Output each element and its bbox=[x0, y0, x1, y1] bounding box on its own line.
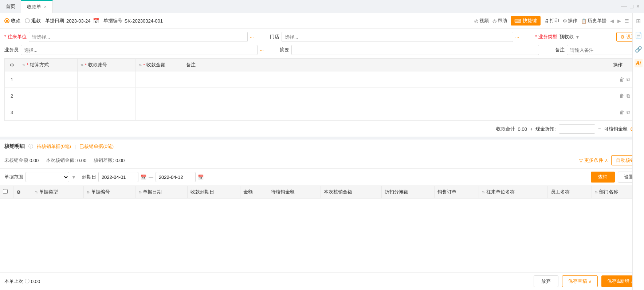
biz-type-field: * 业务类型 预收款 ▼ bbox=[535, 34, 603, 40]
save-draft-btn[interactable]: 保存草稿 ∧ bbox=[562, 275, 598, 287]
th-settings[interactable]: ⚙ bbox=[5, 59, 19, 71]
tab-close-icon[interactable]: × bbox=[44, 4, 47, 9]
th-due-date: 收款到期日 bbox=[187, 186, 240, 199]
copy-icon-3[interactable]: ⧉ bbox=[627, 109, 630, 115]
calendar-icon[interactable]: 📅 bbox=[93, 18, 99, 24]
number-label: 单据编号 bbox=[103, 17, 122, 24]
partner-label: * 往来单位 bbox=[4, 34, 27, 40]
view-list-icon[interactable]: ☰ bbox=[625, 18, 629, 24]
range-field: 单据范围 ▼ bbox=[4, 172, 76, 182]
store-more-icon[interactable]: ··· bbox=[515, 34, 519, 40]
date-to-input[interactable] bbox=[156, 172, 196, 182]
operation-btn[interactable]: ⚙ 操作 bbox=[563, 17, 577, 24]
copy-icon-1[interactable]: ⧉ bbox=[627, 77, 630, 83]
plus-sign: + bbox=[530, 126, 533, 132]
sidebar-ai-icon[interactable]: Ai bbox=[635, 59, 643, 67]
partner-field: * 往来单位 ··· bbox=[4, 32, 254, 42]
table-row: 1 🗑 ⧉ bbox=[5, 71, 639, 88]
table-rows: 1 🗑 ⧉ 2 🗑 ⧉ bbox=[5, 71, 639, 121]
history-btn[interactable]: 📋 历史单据 bbox=[581, 17, 606, 24]
table-row: 2 🗑 ⧉ bbox=[5, 88, 639, 104]
diff-label: 核销差额: bbox=[94, 157, 114, 164]
td-settlement-2[interactable] bbox=[19, 88, 78, 104]
print-btn[interactable]: 🖨 打印 bbox=[544, 17, 559, 24]
date-from-input[interactable] bbox=[98, 172, 138, 182]
th-col-settings[interactable]: ⚙ bbox=[13, 186, 32, 199]
td-settlement-3[interactable] bbox=[19, 104, 78, 120]
col-settings-icon: ⚙ bbox=[10, 62, 14, 68]
radio-receipt[interactable]: 收款 bbox=[4, 17, 20, 24]
store-input[interactable] bbox=[282, 32, 513, 42]
partner-more-icon[interactable]: ··· bbox=[250, 34, 254, 40]
delete-icon-3[interactable]: 🗑 bbox=[619, 109, 624, 115]
td-account-2[interactable] bbox=[78, 88, 136, 104]
th-amount: ⇅ * 收款金额 bbox=[136, 59, 183, 71]
radio-refund[interactable]: 退款 bbox=[25, 17, 41, 24]
help-btn[interactable]: ◎ 帮助 bbox=[492, 17, 507, 24]
tab-home[interactable]: 首页 bbox=[0, 0, 21, 13]
td-amount-3[interactable] bbox=[136, 104, 183, 120]
delete-icon-1[interactable]: 🗑 bbox=[619, 77, 624, 82]
query-btn[interactable]: 查询 bbox=[591, 172, 615, 183]
per-page-label: 本单上次 bbox=[4, 278, 23, 285]
sidebar-table-icon[interactable]: ⊞ bbox=[635, 16, 642, 26]
staff-input[interactable] bbox=[21, 45, 258, 55]
partner-input[interactable] bbox=[29, 32, 248, 42]
verify-help-icon[interactable]: ⓘ bbox=[28, 143, 33, 150]
td-remark-2[interactable] bbox=[183, 88, 610, 104]
td-account-3[interactable] bbox=[78, 104, 136, 120]
done-tab[interactable]: 已核销单据(0笔) bbox=[79, 143, 114, 150]
td-remark-3[interactable] bbox=[183, 104, 610, 120]
td-amount-1[interactable] bbox=[136, 71, 183, 87]
th-current-amount: 本次核销金额 bbox=[321, 186, 382, 199]
sidebar-attach-icon[interactable]: 🔗 bbox=[633, 44, 644, 54]
cal-from-icon[interactable]: 📅 bbox=[141, 175, 146, 180]
delete-icon-2[interactable]: 🗑 bbox=[619, 93, 624, 99]
sidebar-doc-icon[interactable]: 📄 bbox=[633, 30, 644, 40]
td-amount-2[interactable] bbox=[136, 88, 183, 104]
remark-input[interactable] bbox=[567, 45, 640, 55]
video-btn[interactable]: ◎ 视频 bbox=[474, 17, 489, 24]
sort-icon: ⇅ bbox=[482, 190, 485, 194]
staff-more-icon[interactable]: ··· bbox=[260, 47, 264, 53]
current-val: 0.00 bbox=[77, 158, 86, 163]
save-draft-arrow-icon: ∧ bbox=[589, 279, 592, 284]
nav-prev-icon[interactable]: ◀ bbox=[610, 18, 614, 24]
th-doc-number: ⇅ 单据编号 bbox=[84, 186, 136, 199]
shortcut-btn[interactable]: ⌨ 快捷键 bbox=[511, 16, 541, 26]
th-account-label: 收款账号 bbox=[88, 62, 107, 68]
biz-type-select-wrap: 预收款 ▼ bbox=[559, 34, 603, 40]
remark-field: 备注 bbox=[555, 45, 640, 55]
discard-btn[interactable]: 放弃 bbox=[534, 275, 558, 287]
filter-icon: ▽ bbox=[579, 158, 583, 163]
bottom-help-icon[interactable]: ⓘ bbox=[25, 278, 30, 285]
td-settlement-1[interactable] bbox=[19, 71, 78, 87]
copy-icon-2[interactable]: ⧉ bbox=[627, 93, 630, 99]
tab-receipt[interactable]: 收款单 × bbox=[21, 0, 53, 13]
data-table-head: ⚙ ⇅ 单据类型 ⇅ 单据编号 ⇅ 单据日期 收款到期日 金额 待核销金额 本次… bbox=[0, 186, 644, 199]
nav-next-icon[interactable]: ▶ bbox=[617, 18, 621, 24]
col-gear-icon: ⚙ bbox=[16, 189, 21, 195]
number-field: 单据编号 SK-20230324-001 bbox=[103, 17, 163, 24]
range-select[interactable] bbox=[25, 172, 69, 182]
pending-tab[interactable]: 待核销单据(0笔) bbox=[37, 143, 71, 150]
summary-input[interactable] bbox=[291, 45, 539, 55]
th-doc-type: ⇅ 单据类型 bbox=[32, 186, 83, 199]
select-all-checkbox[interactable] bbox=[3, 189, 8, 194]
window-close-icon[interactable]: × bbox=[636, 3, 640, 10]
discount-input[interactable] bbox=[559, 124, 595, 134]
more-conditions-btn[interactable]: ▽ 更多条件 ∧ bbox=[579, 157, 608, 164]
window-maximize-icon[interactable]: □ bbox=[630, 3, 633, 10]
shortcut-icon: ⌨ bbox=[514, 18, 521, 24]
window-minimize-icon[interactable]: — bbox=[621, 3, 627, 10]
filter-row: 单据范围 ▼ 到期日 📅 — 📅 查询 设置 bbox=[0, 169, 644, 186]
td-num-1: 1 bbox=[5, 71, 19, 87]
toolbar-right: ◎ 视频 ◎ 帮助 ⌨ 快捷键 🖨 打印 ⚙ 操作 📋 历史单据 bbox=[474, 16, 640, 26]
diff-stat: 核销差额: 0.00 bbox=[94, 157, 125, 164]
settlement-req-star: * bbox=[27, 62, 28, 68]
td-remark-1[interactable] bbox=[183, 71, 610, 87]
tab-bar: 首页 收款单 × — □ × bbox=[0, 0, 644, 13]
biz-type-arrow-icon[interactable]: ▼ bbox=[575, 34, 580, 40]
cal-to-icon[interactable]: 📅 bbox=[198, 175, 204, 180]
td-account-1[interactable] bbox=[78, 71, 136, 87]
